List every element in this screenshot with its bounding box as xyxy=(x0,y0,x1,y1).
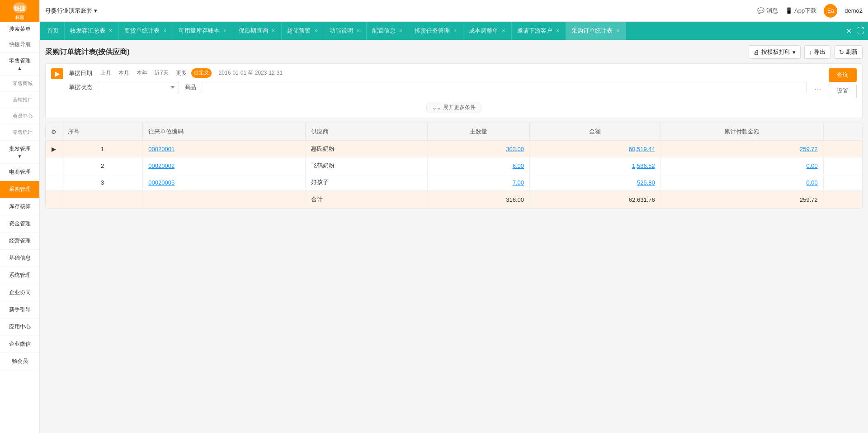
sidebar-item-corp-collab[interactable]: 企业协同 xyxy=(0,284,39,301)
date-shortcut-this-month[interactable]: 本月 xyxy=(116,68,132,78)
tab-close-icon[interactable]: × xyxy=(398,28,403,34)
row-settings-cell[interactable] xyxy=(46,174,62,191)
sidebar-item-vip[interactable]: 畅会员 xyxy=(0,353,39,370)
more-filters-icon[interactable]: … xyxy=(812,81,823,93)
tab-invite-down[interactable]: 邀请下游客户 × xyxy=(512,22,566,40)
tab-cost-adj[interactable]: 成本调整单 × xyxy=(463,22,512,40)
column-settings-icon[interactable]: ⚙ xyxy=(51,128,57,135)
sidebar-item-retail-shop[interactable]: 零售商城 xyxy=(0,76,39,92)
sidebar-item-app-center[interactable]: 应用中心 xyxy=(0,319,39,336)
tab-close-icon[interactable]: × xyxy=(271,28,276,34)
close-tab-button[interactable]: ✕ xyxy=(844,25,854,37)
row-paid-amount-cell: 0.00 xyxy=(660,174,823,191)
qty-link[interactable]: 7.00 xyxy=(513,179,524,186)
filter-panel: ▶ 单据日期 上月 本月 本年 近7天 更多 自定义 2016-01-01 至 … xyxy=(45,63,863,118)
sidebar-item-marketing[interactable]: 营销推广 xyxy=(0,92,39,108)
tab-close-icon[interactable]: × xyxy=(356,28,361,34)
date-shortcut-more[interactable]: 更多 xyxy=(173,68,189,78)
sidebar-item-wholesale[interactable]: 批发管理 ▼ xyxy=(0,141,39,164)
row-qty-cell: 6.00 xyxy=(427,157,529,174)
top-bar: 母婴行业演示账套 ▾ 💬 消息 📱 App下载 Ea demo2 xyxy=(40,0,868,22)
sidebar-item-inventory[interactable]: 库存核算 xyxy=(0,198,39,215)
goods-input[interactable] xyxy=(202,82,807,93)
page-title: 采购订单统计表(按供应商) xyxy=(45,48,130,57)
tab-close-icon[interactable]: × xyxy=(313,28,318,34)
sidebar-search[interactable]: 搜索菜单 xyxy=(0,22,39,37)
supplier-code-link[interactable]: 00020001 xyxy=(148,146,175,152)
top-bar-right: 💬 消息 📱 App下载 Ea demo2 xyxy=(757,4,863,18)
row-settings-cell[interactable] xyxy=(46,157,62,174)
date-custom-tag[interactable]: 自定义 xyxy=(191,68,212,78)
sidebar-shortcut[interactable]: 快捷导航 xyxy=(0,37,39,52)
tab-overstock[interactable]: 超储预警 × xyxy=(282,22,324,40)
tab-close-icon[interactable]: × xyxy=(453,28,458,34)
sidebar-item-purchase[interactable]: 采购管理 xyxy=(0,181,39,198)
tab-shelf-life[interactable]: 保质期查询 × xyxy=(233,22,282,40)
tab-close-icon[interactable]: × xyxy=(615,28,620,34)
sidebar-item-ecommerce[interactable]: 电商管理 xyxy=(0,164,39,181)
export-button[interactable]: ↓ 导出 xyxy=(804,45,831,59)
date-shortcut-this-year[interactable]: 本年 xyxy=(134,68,150,78)
sidebar-item-label: 零售统计 xyxy=(13,129,33,136)
sidebar-item-retail-stat[interactable]: 零售统计 xyxy=(0,124,39,141)
row-settings-cell[interactable]: ▶ xyxy=(46,141,62,157)
summary-amount: 62,631.76 xyxy=(629,196,655,203)
app-logo[interactable]: 畅捷 标题 xyxy=(0,0,39,22)
date-shortcut-last-month[interactable]: 上月 xyxy=(98,68,114,78)
paid-amount-link[interactable]: 0.00 xyxy=(806,162,817,169)
messages-button[interactable]: 💬 消息 xyxy=(757,7,778,15)
qty-link[interactable]: 303.00 xyxy=(506,146,524,152)
page-header: 采购订单统计表(按供应商) 🖨 按模板打印 ▾ ↓ 导出 ↻ 刷新 xyxy=(45,45,863,59)
maximize-tab-button[interactable]: ⛶ xyxy=(855,25,866,37)
summary-code-cell xyxy=(143,191,306,208)
app-download-button[interactable]: 📱 App下载 xyxy=(785,7,816,15)
status-select[interactable] xyxy=(98,82,179,93)
sidebar-item-finance[interactable]: 资金管理 xyxy=(0,215,39,233)
amount-link[interactable]: 1,586.52 xyxy=(632,162,655,169)
supplier-code-link[interactable]: 00020005 xyxy=(148,179,175,186)
refresh-label: 刷新 xyxy=(846,48,858,56)
sidebar-item-retail[interactable]: 零售管理 ▲ xyxy=(0,52,39,76)
supplier-code-link[interactable]: 00020002 xyxy=(148,162,175,169)
sidebar-item-members[interactable]: 会员中心 xyxy=(0,108,39,124)
print-button[interactable]: 🖨 按模板打印 ▾ xyxy=(749,45,801,59)
tab-qty-stock[interactable]: 可用量库存账本 × xyxy=(173,22,233,40)
org-selector[interactable]: 母婴行业演示账套 ▾ xyxy=(45,7,97,15)
user-avatar[interactable]: Ea xyxy=(824,4,837,18)
sidebar-item-sys-mgmt[interactable]: 系统管理 xyxy=(0,267,39,284)
sidebar-item-new-guide[interactable]: 新手引导 xyxy=(0,301,39,319)
tab-purchase-stat[interactable]: 采购订单统计表 × xyxy=(566,22,626,40)
settings-button[interactable]: 设置 xyxy=(829,84,857,98)
amount-link[interactable]: 60,519.44 xyxy=(629,146,655,152)
tab-close-icon[interactable]: × xyxy=(222,28,227,34)
sidebar-item-corp-wechat[interactable]: 企业微信 xyxy=(0,336,39,353)
tab-close-icon[interactable]: × xyxy=(162,28,167,34)
tab-recv-send[interactable]: 收发存汇总表 × xyxy=(65,22,119,40)
tab-config-info[interactable]: 配置信息 × xyxy=(367,22,409,40)
tab-close-icon[interactable]: × xyxy=(108,28,113,34)
expand-more-button[interactable]: ⌄⌄ 展开更多条件 xyxy=(426,102,481,113)
amount-link[interactable]: 525.80 xyxy=(637,179,655,186)
tab-close-icon[interactable]: × xyxy=(555,28,560,34)
sidebar-item-base-info[interactable]: 基础信息 xyxy=(0,250,39,267)
date-shortcut-7days[interactable]: 近7天 xyxy=(152,68,171,78)
message-icon: 💬 xyxy=(757,7,764,14)
qty-link[interactable]: 6.00 xyxy=(513,162,524,169)
summary-paid-amount: 259.72 xyxy=(800,196,818,203)
tab-close-icon[interactable]: × xyxy=(501,28,506,34)
org-name: 母婴行业演示账套 xyxy=(45,7,92,15)
paid-amount-link[interactable]: 259.72 xyxy=(800,146,818,152)
tab-goods-stat[interactable]: 要货单统计表 × xyxy=(119,22,173,40)
tab-pick-task[interactable]: 拣货任务管理 × xyxy=(409,22,463,40)
tab-func-desc[interactable]: 功能说明 × xyxy=(324,22,367,40)
paid-amount-link[interactable]: 0.00 xyxy=(806,179,817,186)
tab-home[interactable]: 首页 xyxy=(42,22,65,40)
row-extra-cell xyxy=(823,157,862,174)
summary-settings-cell xyxy=(46,191,62,208)
refresh-button[interactable]: ↻ 刷新 xyxy=(834,45,863,59)
sidebar-item-operations[interactable]: 经营管理 xyxy=(0,233,39,250)
query-button[interactable]: 查询 xyxy=(829,68,857,82)
row-expand-icon[interactable]: ▶ xyxy=(52,146,56,152)
row-seq-cell: 1 xyxy=(62,141,143,157)
filter-toggle-button[interactable]: ▶ xyxy=(51,68,63,79)
